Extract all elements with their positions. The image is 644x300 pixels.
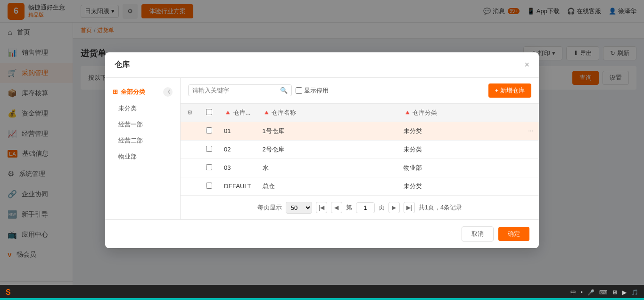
cat-item-unclassified[interactable]: 未分类 xyxy=(105,100,180,117)
content-panel: 🔍 显示停用 + 新增仓库 ⚙ xyxy=(181,78,539,219)
table-row[interactable]: DEFAULT 总仓 未分类 xyxy=(181,177,539,195)
warehouse-table-wrap: ⚙ 🔺 仓库... 🔺 仓库名称 xyxy=(181,104,539,196)
table-row[interactable]: 02 2号仓库 未分类 xyxy=(181,140,539,158)
status-chinese[interactable]: 中 xyxy=(570,289,576,297)
content-toolbar: 🔍 显示停用 + 新增仓库 xyxy=(181,78,539,104)
row-code-3: 03 xyxy=(218,158,257,177)
search-input[interactable] xyxy=(192,87,277,94)
status-screen[interactable]: 🖥 xyxy=(612,289,618,296)
row-name-4: 总仓 xyxy=(257,177,398,195)
next-page-button[interactable]: ▶ xyxy=(388,202,400,213)
teal-strip xyxy=(0,298,644,300)
th-check xyxy=(199,104,218,122)
modal-overlay: 仓库 × ⊞ 全部分类 《 未分类 经营一部 xyxy=(0,0,644,300)
page-suffix: 页 xyxy=(379,203,385,212)
confirm-button[interactable]: 确定 xyxy=(498,227,529,241)
row-name-2: 2号仓库 xyxy=(257,140,398,158)
th-category[interactable]: 🔺 仓库分类 xyxy=(398,104,539,122)
all-category-label: ⊞ 全部分类 xyxy=(113,88,145,96)
pagination: 每页显示 50 10 20 100 |◀ ◀ 第 页 ▶ ▶| 共1页，4条记录 xyxy=(181,196,539,219)
category-panel: ⊞ 全部分类 《 未分类 经营一部 经营二部 物业部 xyxy=(105,78,181,219)
row-cat-1: 未分类 ··· xyxy=(398,122,539,140)
row-checkbox-4[interactable] xyxy=(206,183,212,189)
cancel-button[interactable]: 取消 xyxy=(462,226,494,242)
cat-item-property[interactable]: 物业部 xyxy=(105,149,180,165)
row-check-1 xyxy=(199,122,218,140)
add-warehouse-button[interactable]: + 新增仓库 xyxy=(488,83,531,98)
grid-icon: ⊞ xyxy=(113,88,118,95)
page-input[interactable] xyxy=(356,202,375,213)
table-row[interactable]: 01 1号仓库 未分类 ··· xyxy=(181,122,539,140)
row-name-3: 水 xyxy=(257,158,398,177)
modal-body: ⊞ 全部分类 《 未分类 经营一部 经营二部 物业部 xyxy=(105,78,539,219)
warehouse-table-body: 01 1号仓库 未分类 ··· xyxy=(181,122,539,195)
collapse-category-button[interactable]: 《 xyxy=(163,87,173,97)
modal-footer: 取消 确定 xyxy=(105,219,539,248)
all-cat-text: 全部分类 xyxy=(121,88,145,96)
th-settings[interactable]: ⚙ xyxy=(181,104,199,122)
status-play[interactable]: ▶ xyxy=(622,289,627,296)
per-page-select[interactable]: 50 10 20 100 xyxy=(286,202,312,214)
row-checkbox-3[interactable] xyxy=(206,164,212,170)
th-name[interactable]: 🔺 仓库名称 xyxy=(257,104,398,122)
search-box: 🔍 显示停用 xyxy=(188,84,329,96)
row-settings-3 xyxy=(181,158,199,177)
row-settings-1 xyxy=(181,122,199,140)
show-disabled-label: 显示停用 xyxy=(296,86,329,95)
table-row[interactable]: 03 水 物业部 xyxy=(181,158,539,177)
per-page-label: 每页显示 xyxy=(257,203,282,212)
row-cat-4: 未分类 xyxy=(398,177,539,195)
row-cat-3: 物业部 xyxy=(398,158,539,177)
row-settings-2 xyxy=(181,140,199,158)
row-checkbox-2[interactable] xyxy=(206,146,212,152)
prev-page-button[interactable]: ◀ xyxy=(331,202,342,213)
status-mic[interactable]: 🎤 xyxy=(587,289,594,296)
cat-item-dept2[interactable]: 经营二部 xyxy=(105,133,180,149)
row-name-1: 1号仓库 xyxy=(257,122,398,140)
all-category-header[interactable]: ⊞ 全部分类 《 xyxy=(105,83,180,100)
row-cat-2: 未分类 xyxy=(398,140,539,158)
total-info: 共1页，4条记录 xyxy=(419,203,462,212)
row-more-1[interactable]: ··· xyxy=(528,127,533,134)
row-check-3 xyxy=(199,158,218,177)
row-checkbox-1[interactable] xyxy=(206,127,212,133)
first-page-button[interactable]: |◀ xyxy=(316,202,327,213)
show-disabled-text: 显示停用 xyxy=(304,86,329,95)
status-keyboard[interactable]: ⌨ xyxy=(599,289,607,296)
row-code-1: 01 xyxy=(218,122,257,140)
page-label: 第 xyxy=(346,203,352,212)
th-code[interactable]: 🔺 仓库... xyxy=(218,104,257,122)
status-music[interactable]: 🎵 xyxy=(631,289,638,296)
table-header-row: ⚙ 🔺 仓库... 🔺 仓库名称 xyxy=(181,104,539,122)
modal-header: 仓库 × xyxy=(105,52,539,78)
modal-title: 仓库 xyxy=(115,60,130,70)
warehouse-table: ⚙ 🔺 仓库... 🔺 仓库名称 xyxy=(181,104,539,196)
row-check-4 xyxy=(199,177,218,195)
search-icon[interactable]: 🔍 xyxy=(280,87,288,94)
row-code-2: 02 xyxy=(218,140,257,158)
row-settings-4 xyxy=(181,177,199,195)
modal-close-button[interactable]: × xyxy=(524,60,529,69)
row-check-2 xyxy=(199,140,218,158)
row-code-4: DEFAULT xyxy=(218,177,257,195)
search-input-wrap: 🔍 xyxy=(188,84,292,96)
status-logo: S xyxy=(6,288,11,297)
warehouse-modal: 仓库 × ⊞ 全部分类 《 未分类 经营一部 xyxy=(105,52,539,248)
show-disabled-checkbox[interactable] xyxy=(296,87,302,94)
status-dot: • xyxy=(581,289,583,296)
select-all-checkbox[interactable] xyxy=(206,109,212,115)
status-bar: S 中 • 🎤 ⌨ 🖥 ▶ 🎵 xyxy=(0,285,644,300)
cat-item-dept1[interactable]: 经营一部 xyxy=(105,117,180,133)
last-page-button[interactable]: ▶| xyxy=(404,202,415,213)
